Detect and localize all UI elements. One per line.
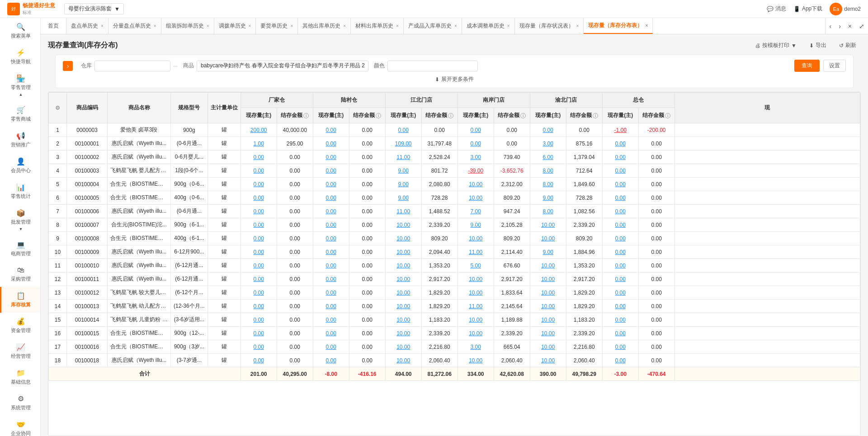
info-icon[interactable]: i bbox=[376, 113, 381, 118]
query-btn[interactable]: 查询 bbox=[794, 60, 820, 72]
tab-close-btn[interactable]: × bbox=[844, 18, 855, 34]
tab-prev-btn[interactable]: ‹ bbox=[826, 18, 835, 34]
close-icon[interactable]: × bbox=[290, 23, 293, 28]
tab-xiancun-dist[interactable]: 现存量（库存分布表） × bbox=[584, 18, 653, 34]
sidebar-item-system[interactable]: ⚙ 系统管理 bbox=[0, 390, 40, 416]
user-menu[interactable]: Ea demo2 bbox=[830, 3, 861, 15]
close-icon[interactable]: × bbox=[454, 23, 457, 28]
close-icon[interactable]: × bbox=[507, 23, 510, 28]
cell-na-qty: 3.00 bbox=[458, 340, 494, 354]
cell-yb-amt: 2,917.20 bbox=[566, 272, 602, 286]
table-wrapper[interactable]: ⚙ 商品编码 商品名称 规格型号 主计量单位 厂家仓 陆村仓 江北门店 南岸门店… bbox=[48, 92, 861, 436]
close-icon[interactable]: × bbox=[249, 23, 251, 28]
tab-yaohuo[interactable]: 要货单历史 × bbox=[256, 18, 298, 34]
cell-yb-amt: 1,183.20 bbox=[566, 313, 602, 327]
expand-btn[interactable]: ⬇ 展开更多条件 bbox=[435, 75, 474, 83]
cell-spec: 400g（0-6... bbox=[171, 191, 208, 205]
tab-bar: 首页 盘点单历史 × 分量盘点单历史 × 组装拆卸单历史 × 调拨单历史 × bbox=[41, 18, 868, 34]
info-icon[interactable]: i bbox=[303, 113, 309, 118]
export-btn[interactable]: ⬇ 导出 bbox=[805, 40, 831, 51]
refresh-btn[interactable]: ↺ 刷新 bbox=[835, 40, 861, 51]
sidebar-item-collab[interactable]: 🤝 企业协同 bbox=[0, 416, 40, 436]
info-icon[interactable]: i bbox=[593, 113, 598, 118]
close-icon[interactable]: × bbox=[154, 23, 156, 28]
sidebar-item-purchase[interactable]: 🛍 采购管理 bbox=[0, 262, 40, 287]
cell-jb-amt: 2,339.20 bbox=[421, 218, 458, 232]
info-icon[interactable]: i bbox=[665, 113, 670, 118]
cell-lc-amt: 0.00 bbox=[349, 286, 385, 300]
sidebar-item-mall[interactable]: 🛒 零售商城 bbox=[0, 101, 40, 127]
print-btn[interactable]: 🖨 按模板打印 ▼ bbox=[750, 40, 801, 51]
sidebar-item-nav[interactable]: ⚡ 快捷导航 bbox=[0, 44, 40, 70]
tab-expand-btn[interactable]: ⤢ bbox=[855, 18, 868, 34]
info-icon[interactable]: i bbox=[448, 113, 453, 118]
tab-xiancun-status[interactable]: 现存量（库存状况表） × bbox=[515, 18, 584, 34]
refresh-icon: ↺ bbox=[839, 42, 844, 49]
cell-zc-qty: 0.00 bbox=[602, 150, 638, 164]
tab-fenpan[interactable]: 分量盘点单历史 × bbox=[108, 18, 161, 34]
tab-home[interactable]: 首页 bbox=[41, 18, 66, 34]
cell-na-amt: 2,105.28 bbox=[494, 218, 530, 232]
th-total: 总仓 bbox=[602, 93, 675, 108]
cell-spec: (0-6月通... bbox=[171, 205, 208, 218]
close-icon[interactable]: × bbox=[101, 23, 104, 28]
info-icon[interactable]: i bbox=[520, 113, 526, 118]
cell-zc-amt: 0.00 bbox=[638, 340, 675, 354]
cell-jb-amt: 2,917.20 bbox=[421, 272, 458, 286]
sidebar-item-marketing[interactable]: 📢 营销推广 bbox=[0, 127, 40, 153]
sidebar-item-search[interactable]: 🔍 搜索英单 bbox=[0, 18, 40, 44]
cell-name: 合生元（BIOSTIME）... bbox=[108, 232, 171, 245]
th-unit: 主计量单位 bbox=[208, 93, 241, 123]
tab-zuhe[interactable]: 组装拆卸单历史 × bbox=[161, 18, 214, 34]
sidebar-item-finance[interactable]: 💰 资金管理 bbox=[0, 313, 40, 338]
color-input[interactable] bbox=[387, 61, 478, 71]
cell-jb-qty: 10.00 bbox=[385, 300, 421, 313]
retail-icon: 🏪 bbox=[16, 74, 25, 83]
close-icon[interactable]: × bbox=[207, 23, 209, 28]
message-btn[interactable]: 💬 消息 bbox=[767, 5, 786, 13]
tab-cailiaochu[interactable]: 材料出库单历史 × bbox=[351, 18, 404, 34]
setting-btn[interactable]: 设置 bbox=[823, 60, 846, 72]
tab-diaob[interactable]: 调拨单历史 × bbox=[214, 18, 256, 34]
cell-lc-amt: 0.00 bbox=[349, 218, 385, 232]
cell-jb-amt: 728.28 bbox=[421, 191, 458, 205]
close-icon[interactable]: × bbox=[343, 23, 346, 28]
app-download-btn[interactable]: 📱 App下载 bbox=[793, 5, 822, 13]
tab-pandian[interactable]: 盘点单历史 × bbox=[66, 18, 108, 34]
sidebar-item-wholesale[interactable]: 📦 批发管理 ▼ bbox=[0, 204, 40, 236]
gear-icon[interactable]: ⚙ bbox=[55, 105, 60, 111]
sidebar-item-operation[interactable]: 📈 经营管理 bbox=[0, 338, 40, 364]
cell-lc-qty: 0.00 bbox=[313, 259, 349, 272]
sidebar-item-member[interactable]: 👤 会员中心 bbox=[0, 153, 40, 178]
cell-unit: 罐 bbox=[208, 150, 241, 164]
cell-na-amt: 739.40 bbox=[494, 150, 530, 164]
th-lc-qty: 现存量(主) bbox=[313, 108, 349, 123]
sidebar-item-basic[interactable]: 📁 基础信息 bbox=[0, 364, 40, 390]
close-icon[interactable]: × bbox=[396, 23, 399, 28]
cell-lc-qty: 0.00 bbox=[313, 313, 349, 327]
tab-qita[interactable]: 其他出库单历史 × bbox=[298, 18, 351, 34]
sidebar-item-retail-stat[interactable]: 📊 零售统计 bbox=[0, 178, 40, 204]
stat-icon: 📊 bbox=[16, 183, 25, 192]
close-icon[interactable]: × bbox=[576, 23, 579, 28]
cell-yb-qty: 10.00 bbox=[530, 300, 566, 313]
tab-chengben[interactable]: 成本调整单历史 × bbox=[462, 18, 515, 34]
cell-yb-amt: 1,379.04 bbox=[566, 150, 602, 164]
goods-input[interactable] bbox=[197, 61, 368, 71]
tab-chancheng[interactable]: 产成品入库单历史 × bbox=[404, 18, 462, 34]
cell-lc-qty: 0.00 bbox=[313, 164, 349, 178]
expand-left-btn[interactable]: › bbox=[63, 61, 73, 71]
cell-cj-qty: 0.00 bbox=[241, 354, 277, 367]
cell-index: 18 bbox=[49, 354, 67, 367]
cell-unit: 罐 bbox=[208, 245, 241, 259]
cell-unit: 罐 bbox=[208, 205, 241, 218]
close-icon[interactable]: × bbox=[645, 23, 648, 28]
sidebar-item-ecommerce[interactable]: 💻 电商管理 bbox=[0, 236, 40, 262]
warehouse-input[interactable] bbox=[94, 61, 170, 71]
cell-jb-amt: 2,094.40 bbox=[421, 245, 458, 259]
sidebar-item-inventory[interactable]: 📋 库存核算 bbox=[0, 287, 40, 313]
tab-next-btn[interactable]: › bbox=[835, 18, 844, 34]
sidebar-item-retail-mgmt[interactable]: 🏪 零售管理 ▲ bbox=[0, 70, 40, 101]
dots-icon: ··· bbox=[173, 63, 178, 69]
industry-selector[interactable]: 母婴行业演示陈套 ▼ bbox=[64, 3, 124, 14]
